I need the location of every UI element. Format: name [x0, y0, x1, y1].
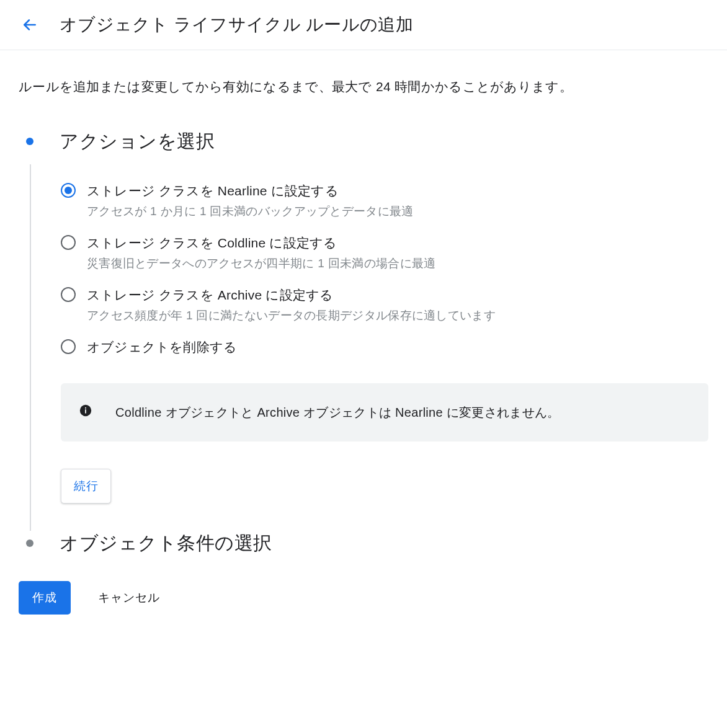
continue-button[interactable]: 続行: [61, 469, 111, 504]
radio-indicator: [61, 183, 76, 198]
cancel-button[interactable]: キャンセル: [98, 590, 160, 606]
svg-rect-2: [85, 407, 86, 409]
radio-label: ストレージ クラスを Coldline に設定する: [87, 234, 708, 252]
radio-description: アクセスが 1 か月に 1 回未満のバックアップとデータに最適: [87, 203, 708, 220]
page-header: オブジェクト ライフサイクル ルールの追加: [0, 0, 727, 50]
page-content: ルールを追加または変更してから有効になるまで、最大で 24 時間かかることがあり…: [0, 50, 727, 633]
section-select-action: アクションを選択: [19, 129, 708, 154]
step-indicator-active: [26, 138, 33, 145]
radio-option-coldline[interactable]: ストレージ クラスを Coldline に設定する 災害復旧とデータへのアクセス…: [61, 234, 708, 272]
footer-actions: 作成 キャンセル: [19, 581, 708, 615]
radio-description: 災害復旧とデータへのアクセスが四半期に 1 回未満の場合に最適: [87, 255, 708, 272]
radio-description: アクセス頻度が年 1 回に満たないデータの長期デジタル保存に適しています: [87, 308, 708, 324]
section-title-action: アクションを選択: [60, 129, 708, 154]
radio-indicator: [61, 235, 76, 250]
page-title: オブジェクト ライフサイクル ルールの追加: [60, 13, 413, 37]
section-title-condition: オブジェクト条件の選択: [60, 531, 708, 556]
svg-rect-1: [85, 409, 86, 413]
back-button[interactable]: [15, 10, 45, 40]
action-step-content: ストレージ クラスを Nearline に設定する アクセスが 1 か月に 1 …: [30, 164, 708, 531]
section-select-condition: オブジェクト条件の選択: [19, 531, 708, 556]
radio-option-archive[interactable]: ストレージ クラスを Archive に設定する アクセス頻度が年 1 回に満た…: [61, 286, 708, 324]
info-banner: Coldline オブジェクトと Archive オブジェクトは Nearlin…: [61, 383, 708, 442]
info-text: Coldline オブジェクトと Archive オブジェクトは Nearlin…: [115, 401, 560, 424]
radio-label: ストレージ クラスを Archive に設定する: [87, 286, 708, 304]
info-icon: [78, 403, 93, 418]
radio-option-delete[interactable]: オブジェクトを削除する: [61, 338, 708, 356]
step-indicator-inactive: [26, 539, 33, 547]
radio-label: ストレージ クラスを Nearline に設定する: [87, 182, 708, 200]
radio-option-nearline[interactable]: ストレージ クラスを Nearline に設定する アクセスが 1 か月に 1 …: [61, 182, 708, 220]
create-button[interactable]: 作成: [19, 581, 71, 615]
radio-indicator: [61, 287, 76, 302]
arrow-left-icon: [22, 17, 38, 33]
radio-label: オブジェクトを削除する: [87, 338, 708, 356]
intro-text: ルールを追加または変更してから有効になるまで、最大で 24 時間かかることがあり…: [19, 75, 708, 99]
radio-indicator: [61, 339, 76, 354]
